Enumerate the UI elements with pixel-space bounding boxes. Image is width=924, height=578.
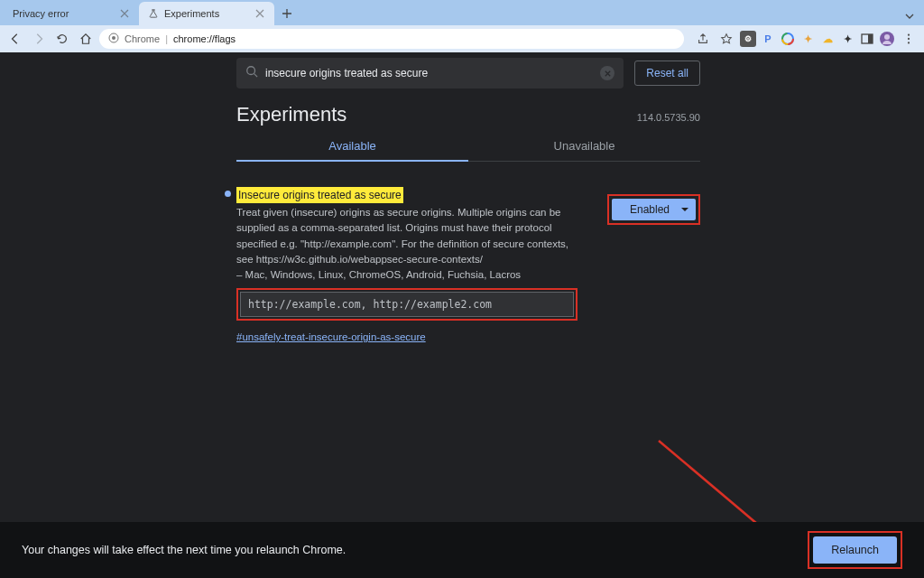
flag-state-select[interactable]: Enabled <box>612 199 696 220</box>
browser-chrome: Privacy error Experiments <box>0 0 924 52</box>
search-box <box>236 58 624 89</box>
content-tabs: Available Unavailable <box>236 130 700 162</box>
extension-icon[interactable]: P <box>760 31 776 47</box>
relaunch-message: Your changes will take effect the next t… <box>22 544 346 556</box>
page-content: Reset all Experiments 114.0.5735.90 Avai… <box>0 52 924 578</box>
flag-title: Insecure origins treated as secure <box>236 187 403 203</box>
extension-icon[interactable]: ⚙ <box>740 31 756 47</box>
svg-point-12 <box>908 42 910 43</box>
search-input[interactable] <box>265 67 600 79</box>
svg-point-11 <box>908 38 910 40</box>
tab-available[interactable]: Available <box>236 130 468 162</box>
version-label: 114.0.5735.90 <box>637 112 700 123</box>
svg-rect-7 <box>868 34 873 43</box>
extension-icon[interactable] <box>780 31 796 47</box>
svg-point-9 <box>884 34 890 40</box>
flag-anchor-link[interactable]: #unsafely-treat-insecure-origin-as-secur… <box>236 330 426 345</box>
modified-dot-icon <box>225 191 231 197</box>
flask-icon <box>148 8 159 19</box>
tab-title: Privacy error <box>13 8 114 19</box>
browser-tab-0[interactable]: Privacy error <box>4 2 139 25</box>
close-icon[interactable] <box>254 8 265 19</box>
chevron-down-icon[interactable] <box>904 9 915 25</box>
tab-unavailable[interactable]: Unavailable <box>468 130 700 162</box>
back-button[interactable] <box>5 29 25 49</box>
clear-icon[interactable] <box>600 66 614 80</box>
annotation-highlight: Enabled <box>607 194 700 225</box>
extension-icon[interactable]: ☁ <box>819 31 836 47</box>
search-icon <box>245 65 258 81</box>
svg-point-1 <box>112 36 116 40</box>
reset-all-button[interactable]: Reset all <box>634 61 700 86</box>
share-icon[interactable] <box>693 29 713 49</box>
bookmark-icon[interactable] <box>716 29 736 49</box>
home-button[interactable] <box>76 29 96 49</box>
relaunch-bar: Your changes will take effect the next t… <box>0 522 924 578</box>
flag-platforms: – Mac, Windows, Linux, ChromeOS, Android… <box>236 267 700 283</box>
url-prefix: Chrome <box>125 33 160 44</box>
sidepanel-icon[interactable] <box>859 31 875 47</box>
extensions-icon[interactable]: ✦ <box>839 31 855 47</box>
address-bar[interactable]: Chrome | chrome://flags <box>99 29 684 49</box>
close-icon[interactable] <box>119 8 130 19</box>
url-path: chrome://flags <box>173 33 236 44</box>
extension-icon[interactable]: ✦ <box>799 31 816 47</box>
annotation-highlight <box>236 288 578 321</box>
new-tab-button[interactable] <box>274 2 300 25</box>
svg-point-13 <box>247 67 255 75</box>
chrome-icon <box>108 33 119 45</box>
tab-strip: Privacy error Experiments <box>0 0 924 25</box>
page-title: Experiments <box>236 103 346 126</box>
flag-item: Insecure origins treated as secure Treat… <box>236 162 700 346</box>
flag-description: Treat given (insecure) origins as secure… <box>236 205 579 267</box>
annotation-highlight: Relaunch <box>808 531 902 569</box>
flag-origins-input[interactable] <box>240 292 574 317</box>
svg-point-10 <box>908 33 910 35</box>
forward-button[interactable] <box>29 29 49 49</box>
menu-icon[interactable] <box>899 29 919 49</box>
toolbar: Chrome | chrome://flags ⚙ P ✦ ☁ ✦ <box>0 25 924 52</box>
relaunch-button[interactable]: Relaunch <box>813 536 897 564</box>
reload-button[interactable] <box>52 29 72 49</box>
browser-tab-1[interactable]: Experiments <box>139 2 274 25</box>
tab-title: Experiments <box>164 8 249 19</box>
profile-avatar[interactable] <box>879 31 895 47</box>
